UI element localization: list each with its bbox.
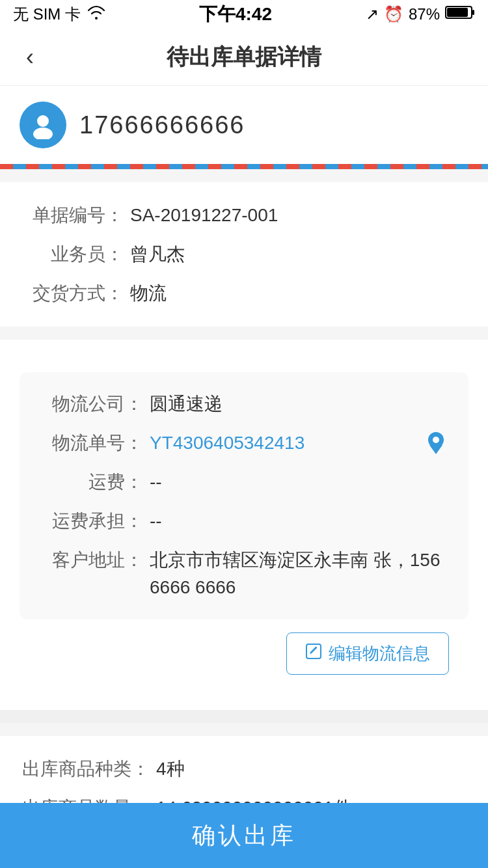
value-freight-bearer: -- (150, 508, 449, 535)
battery-icon (445, 5, 475, 24)
confirm-bar[interactable]: 确认出库 (0, 803, 488, 868)
status-left: 无 SIM 卡 (13, 4, 105, 25)
label-freight: 运费： (39, 468, 143, 496)
svg-point-3 (37, 115, 49, 127)
label-salesperson: 业务员： (20, 241, 124, 268)
value-salesperson: 曾凡杰 (130, 241, 468, 268)
info-row-trackno: 物流单号： YT43064053424​13 (39, 429, 449, 457)
info-row-salesperson: 业务员： 曾凡杰 (20, 241, 468, 268)
page-title: 待出库单据详情 (167, 42, 321, 72)
info-row-address: 客户地址： 北京市市辖区海淀区永丰南 张，156 6666 6666 (39, 547, 449, 601)
svg-marker-7 (429, 445, 442, 454)
edit-logistics-label: 编辑物流信息 (329, 642, 430, 665)
info-row-types: 出库商品种类： 4种 (20, 755, 468, 783)
clock-icon: ⏰ (384, 5, 403, 23)
status-right: ↗ ⏰ 87% (366, 5, 475, 24)
wifi-icon (87, 5, 105, 23)
info-row-freight: 运费： -- (39, 468, 449, 496)
basic-info-section: 单据编号： SA-20191227-001 业务员： 曾凡杰 交货方式： 物流 (0, 182, 488, 327)
info-row-sn: 单据编号： SA-20191227-001 (20, 202, 468, 229)
edit-icon (305, 643, 322, 664)
logistics-section: 物流公司： 圆通速递 物流单号： YT43064053424​13 运费： --… (0, 340, 488, 710)
location-icon: ↗ (366, 5, 379, 23)
svg-point-4 (33, 128, 53, 139)
nav-bar: ‹ 待出库单据详情 (0, 29, 488, 86)
value-trackno: YT43064053424​13 (150, 429, 415, 457)
confirm-button-label: 确认出库 (192, 820, 296, 852)
value-goods-types: 4种 (156, 755, 468, 783)
avatar (20, 102, 66, 148)
label-trackno: 物流单号： (39, 429, 143, 457)
value-sn: SA-20191227-001 (130, 202, 468, 229)
label-freight-bearer: 运费承担： (39, 508, 143, 535)
svg-rect-2 (472, 10, 474, 15)
value-address: 北京市市辖区海淀区永丰南 张，156 6666 6666 (150, 547, 449, 601)
svg-rect-1 (447, 8, 468, 17)
info-row-delivery: 交货方式： 物流 (20, 280, 468, 307)
label-delivery: 交货方式： (20, 280, 124, 307)
dashed-divider (0, 164, 488, 169)
status-bar: 无 SIM 卡 下午4:42 ↗ ⏰ 87% (0, 0, 488, 29)
battery-percent: 87% (409, 5, 440, 23)
user-phone: 17666666666 (79, 111, 245, 139)
logistics-card: 物流公司： 圆通速递 物流单号： YT43064053424​13 运费： --… (20, 372, 468, 619)
value-company: 圆通速递 (150, 390, 449, 418)
label-goods-types: 出库商品种类： (20, 755, 150, 783)
user-header: 17666666666 (0, 86, 488, 164)
edit-logistics-btn-row: 编辑物流信息 (20, 619, 468, 690)
info-row-freight-bearer: 运费承担： -- (39, 508, 449, 535)
status-time: 下午4:42 (199, 2, 272, 27)
label-sn: 单据编号： (20, 202, 124, 229)
location-pin-icon[interactable] (423, 429, 449, 455)
value-delivery: 物流 (130, 280, 468, 307)
carrier-label: 无 SIM 卡 (13, 4, 81, 25)
edit-logistics-button[interactable]: 编辑物流信息 (286, 632, 449, 675)
back-button[interactable]: ‹ (20, 37, 40, 77)
info-row-company: 物流公司： 圆通速递 (39, 390, 449, 418)
label-company: 物流公司： (39, 390, 143, 418)
section-divider (0, 710, 488, 723)
svg-point-6 (433, 437, 439, 443)
label-address: 客户地址： (39, 547, 143, 574)
value-freight: -- (150, 468, 449, 496)
